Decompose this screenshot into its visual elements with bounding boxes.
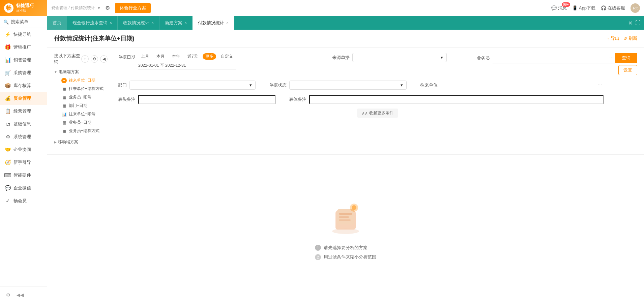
scheme-add-btn[interactable]: + xyxy=(81,55,89,63)
operations-icon: 📋 xyxy=(5,108,11,114)
query-btn[interactable]: 查询 xyxy=(615,53,637,63)
scheme-item-unit-account[interactable]: 📊 往来单位+账号 xyxy=(59,110,108,118)
scheme-item-unit-date[interactable]: ● 往来单位+日期 xyxy=(59,76,108,85)
tip-num-1: 1 xyxy=(315,245,321,251)
tip-num-2: 2 xyxy=(315,254,321,260)
mobile-arrow-icon: ▶ xyxy=(54,140,57,144)
member-icon: ✓ xyxy=(5,198,11,204)
sidebar-item-basic-info[interactable]: 🗂 基础信息 xyxy=(0,118,47,130)
sidebar-item-operations[interactable]: 📋 经营管理 xyxy=(0,105,47,118)
scheme-item-staff-account[interactable]: ▦ 业务员+账号 xyxy=(59,93,108,101)
sidebar-item-sales[interactable]: 📊 销售管理 xyxy=(0,54,47,66)
sidebar-item-guide[interactable]: 🧭 新手引导 xyxy=(0,156,47,169)
sidebar-item-purchase[interactable]: 🛒 采购管理 xyxy=(0,66,47,79)
svg-rect-3 xyxy=(339,213,352,215)
industry-btn[interactable]: 体验行业方案 xyxy=(115,3,151,13)
tab-new-scheme[interactable]: 新建方案 × xyxy=(159,16,193,30)
content-area: 付款情况统计(往来单位+日期) ↑ 导出 ↺ 刷新 xyxy=(47,30,644,303)
svg-rect-4 xyxy=(339,216,349,218)
sidebar-item-hardware[interactable]: ⌨ 智能硬件 xyxy=(0,169,47,182)
filter-settings-btn[interactable]: 设置 xyxy=(618,65,637,75)
sidebar-collapse-btn[interactable]: ◀◀ xyxy=(16,290,25,300)
header-note-input[interactable] xyxy=(138,95,275,104)
empty-tips: 1 请先选择要分析的方案 2 用过滤条件来缩小分析范围 xyxy=(315,245,376,260)
message-btn[interactable]: 💬 消息 99+ xyxy=(551,5,567,11)
sidebar-item-wechat[interactable]: 💬 企业微信 xyxy=(0,182,47,194)
dept-select[interactable]: ▾ xyxy=(129,81,256,90)
sidebar-item-cooperation[interactable]: 🤝 企业协同 xyxy=(0,143,47,156)
logo-icon: 畅 xyxy=(4,3,13,13)
top-bar-right: 💬 消息 99+ 📱 App下载 🎧 在线客服 Rit xyxy=(551,3,640,13)
sidebar-item-member[interactable]: ✓ 畅会员 xyxy=(0,194,47,207)
desktop-scheme-list: ● 往来单位+日期 ▦ 往来单位+结算方式 ▦ 业务员+账号 xyxy=(54,76,108,135)
sidebar-item-marketing[interactable]: 🎁 营销推广 xyxy=(0,41,47,54)
scheme-item-staff-date[interactable]: ▦ 业务员+日期 xyxy=(59,118,108,127)
search-menu[interactable]: 🔍 搜索菜单 xyxy=(0,16,47,28)
tab-cash-flow[interactable]: 现金银行流水查询 × xyxy=(67,16,118,30)
date-options: 上月 本月 本年 近7天 更多 自定义 xyxy=(138,53,236,60)
scheme-staff-date-icon: ▦ xyxy=(61,120,67,125)
app-download-btn[interactable]: 📱 App下载 xyxy=(572,5,595,11)
empty-tip-1: 1 请先选择要分析的方案 xyxy=(315,245,376,251)
staff-dots-btn[interactable]: ··· xyxy=(608,54,615,62)
partner-dots-btn[interactable]: ··· xyxy=(596,81,604,89)
sidebar-item-system[interactable]: ⚙ 系统管理 xyxy=(0,130,47,143)
scheme-unit-account-icon: 📊 xyxy=(61,112,67,117)
breadcrumb-dropdown[interactable]: ▾ xyxy=(98,5,100,10)
mobile-scheme-title[interactable]: ▶ 移动端方案 xyxy=(54,138,108,146)
sidebar-settings-btn[interactable]: ⚙ xyxy=(3,290,13,300)
page-actions: ↑ 导出 ↺ 刷新 xyxy=(607,35,638,41)
empty-illustration xyxy=(325,198,366,238)
scheme-settings-btn[interactable]: ⚙ xyxy=(91,55,98,63)
filter-panel: 按以下方案查询 + ⚙ ◀ ▼ 电脑端方案 xyxy=(47,48,644,155)
top-bar: 资金管理 / 付款情况统计 ▾ ⚙ 体验行业方案 💬 消息 99+ 📱 App下… xyxy=(47,0,644,16)
scheme-unit-date-icon: ● xyxy=(61,78,67,83)
date-option-this-year[interactable]: 本年 xyxy=(169,53,183,60)
tab-cash-flow-close[interactable]: × xyxy=(110,21,112,25)
online-service-btn[interactable]: 🎧 在线客服 xyxy=(601,5,625,11)
scheme-staff-account-icon: ▦ xyxy=(61,95,67,100)
filter-actions: 查询 设置 xyxy=(615,53,637,75)
date-option-more[interactable]: 更多 xyxy=(203,53,216,60)
staff-label: 业务员 xyxy=(477,55,490,61)
date-option-last-month[interactable]: 上月 xyxy=(138,53,152,60)
scheme-item-unit-payment[interactable]: ▦ 往来单位+结算方式 xyxy=(59,85,108,93)
source-dropdown-icon: ▾ xyxy=(441,55,443,60)
date-option-this-month[interactable]: 本月 xyxy=(154,53,167,60)
source-select[interactable]: ▾ xyxy=(352,53,447,62)
scheme-collapse-btn[interactable]: ◀ xyxy=(100,55,108,63)
basic-info-icon: 🗂 xyxy=(5,121,11,127)
refresh-btn[interactable]: ↺ 刷新 xyxy=(623,35,637,41)
page-header: 付款情况统计(往来单位+日期) ↑ 导出 ↺ 刷新 xyxy=(47,30,644,48)
sidebar-bottom: ⚙ ◀◀ xyxy=(0,286,47,303)
top-bar-left: 资金管理 / 付款情况统计 ▾ ⚙ 体验行业方案 xyxy=(51,3,548,13)
tab-payment-stats[interactable]: 付款情况统计 × xyxy=(193,16,234,30)
doc-status-select[interactable]: ▾ xyxy=(289,81,407,90)
user-avatar[interactable]: Rit xyxy=(631,3,640,13)
scheme-item-dept-date[interactable]: ▦ 部门+日期 xyxy=(59,101,108,110)
date-option-7days[interactable]: 近7天 xyxy=(185,53,201,60)
tab-fullscreen-icon[interactable]: ⛶ xyxy=(635,20,641,26)
tab-receipt-stats[interactable]: 收款情况统计 × xyxy=(118,16,159,30)
sidebar-item-quick-nav[interactable]: ⚡ 快捷导航 xyxy=(0,28,47,41)
scheme-item-staff-payment[interactable]: ▦ 业务员+结算方式 xyxy=(59,127,108,135)
purchase-icon: 🛒 xyxy=(5,70,11,76)
dept-dropdown-icon: ▾ xyxy=(250,83,252,88)
tab-receipt-stats-close[interactable]: × xyxy=(151,21,154,25)
tab-close-all-icon[interactable]: ✕ xyxy=(628,20,633,26)
sidebar-item-inventory[interactable]: 📦 库存核算 xyxy=(0,79,47,92)
export-btn[interactable]: ↑ 导出 xyxy=(607,35,620,41)
quick-nav-icon: ⚡ xyxy=(5,31,11,37)
desktop-scheme-title[interactable]: ▼ 电脑端方案 xyxy=(54,68,108,76)
tab-new-scheme-close[interactable]: × xyxy=(184,21,187,25)
date-option-custom[interactable]: 自定义 xyxy=(218,53,236,60)
body-note-input[interactable] xyxy=(309,95,604,104)
service-icon: 🎧 xyxy=(601,5,606,10)
scheme-sidebar-actions: + ⚙ ◀ xyxy=(81,55,108,63)
tab-payment-stats-close[interactable]: × xyxy=(226,21,229,25)
tab-home[interactable]: 首页 xyxy=(47,16,67,30)
sidebar: 畅 畅捷通巧 标准版 🔍 搜索菜单 ⚡ 快捷导航 🎁 营销推广 📊 销售管理 xyxy=(0,0,47,303)
topbar-settings-btn[interactable]: ⚙ xyxy=(103,3,112,13)
sidebar-item-finance[interactable]: 💰 资金管理 xyxy=(0,92,47,105)
collapse-conditions-btn[interactable]: ∧∧ 收起更多条件 xyxy=(357,109,398,118)
